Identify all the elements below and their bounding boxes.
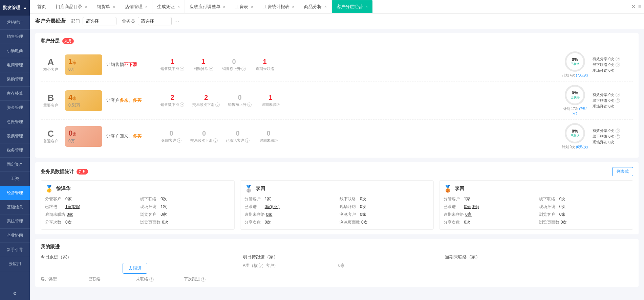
- info-icon[interactable]: ?: [213, 138, 218, 143]
- tab-home[interactable]: 首页: [33, 0, 51, 13]
- info-icon[interactable]: ?: [241, 67, 246, 71]
- sidebar-item-zhangzhang[interactable]: 总账管理: [0, 115, 30, 129]
- tab-close-customer-tier[interactable]: ×: [366, 5, 368, 9]
- tab-close-store-products[interactable]: ×: [85, 5, 87, 9]
- tier-a-circle: 0% 已联络 计划 4次 (7天/次): [561, 51, 588, 78]
- staff-select[interactable]: 请选择: [138, 17, 172, 25]
- tier-b-stat-0[interactable]: 2 销售额下滑 ?: [158, 92, 187, 109]
- tab-sales-order[interactable]: 销货单 ×: [92, 0, 120, 13]
- tab-close-salary[interactable]: ×: [251, 5, 253, 9]
- go-follow-button[interactable]: 去跟进: [123, 263, 147, 274]
- customer-tier-title: 客户分层 九月: [41, 38, 633, 44]
- info-icon[interactable]: ?: [616, 98, 620, 103]
- tier-b-plan-link[interactable]: (7天/次): [573, 107, 586, 115]
- sidebar-item-kucun[interactable]: 库存核算: [0, 87, 30, 101]
- sidebar-item-gongzi[interactable]: 工资: [0, 172, 30, 186]
- info-icon[interactable]: ?: [180, 67, 184, 71]
- tier-a-stat-3[interactable]: 1 逾期未联络: [251, 56, 278, 73]
- tab-more-icon[interactable]: ≡: [638, 3, 641, 10]
- dept-select[interactable]: 请选择: [83, 17, 116, 25]
- sidebar-item-jichu[interactable]: 基础信息: [0, 200, 30, 214]
- tier-c-plan-link[interactable]: (0天/次): [576, 145, 588, 149]
- tab-close-voucher[interactable]: ×: [177, 5, 179, 9]
- sidebar-item-caigou[interactable]: 采购管理: [0, 72, 30, 87]
- sidebar-item-qiye[interactable]: 企业协同: [0, 229, 30, 243]
- sidebar-item-shuiwu[interactable]: 税务管理: [0, 143, 30, 158]
- info-icon[interactable]: ?: [616, 93, 620, 97]
- filter-more-icon[interactable]: ···: [174, 19, 180, 24]
- staff-medal-2: 🥉: [444, 185, 452, 193]
- tier-a-count[interactable]: 1家 0万: [65, 54, 102, 75]
- tab-ar-adjust[interactable]: 应收应付调整单 ×: [185, 0, 230, 13]
- info-icon[interactable]: ?: [616, 134, 620, 139]
- sidebar-item-diangshang[interactable]: 电商管理: [0, 58, 30, 72]
- tier-a-stat-2[interactable]: 0 销售额上升 ?: [219, 56, 249, 73]
- tab-close-store-mgmt[interactable]: ×: [145, 5, 147, 9]
- tab-close-all-icon[interactable]: ✕: [631, 3, 636, 10]
- tier-c-count[interactable]: 0家 0万: [65, 126, 102, 147]
- info-icon[interactable]: ?: [209, 67, 213, 71]
- info-icon[interactable]: ?: [247, 102, 252, 107]
- tab-close-ar-adjust[interactable]: ×: [223, 5, 225, 9]
- sidebar-item-yun[interactable]: 云应用: [0, 257, 30, 271]
- tab-product-analysis[interactable]: 商品分析 ×: [299, 0, 331, 13]
- info-icon[interactable]: ?: [245, 138, 250, 143]
- overdue-block: 逾期未联络（家）: [445, 254, 633, 263]
- tier-b-stat-3[interactable]: 1 逾期未联络: [257, 92, 284, 109]
- info-icon[interactable]: ?: [180, 102, 184, 107]
- info-icon[interactable]: ?: [201, 277, 206, 282]
- info-icon[interactable]: ?: [616, 57, 620, 61]
- staff-stat-row: 分管客户 1家: [244, 196, 334, 202]
- sidebar-item-xitong[interactable]: 系统管理: [0, 214, 30, 229]
- sidebar-item-yingxiao[interactable]: 营销推广: [0, 16, 30, 30]
- tier-b-circle-progress: 0% 已联络: [565, 85, 585, 105]
- tier-c-stat-2[interactable]: 0 已激活客户 ?: [223, 128, 252, 144]
- sidebar-arrow-icon[interactable]: ▲: [23, 5, 27, 10]
- tier-b-count[interactable]: 4家 0.53万: [65, 90, 102, 111]
- staff-stat-row: 浏览页面数 0次: [340, 220, 429, 225]
- sidebar-item-xinshou[interactable]: 新手引导: [0, 243, 30, 257]
- sidebar-item-gudingzichan[interactable]: 固定资产: [0, 158, 30, 172]
- sidebar-item-fapiao[interactable]: 发票管理: [0, 129, 30, 143]
- tab-bar-actions: ✕ ≡: [631, 3, 641, 10]
- sidebar-item-xiaodian[interactable]: 小畅电商: [0, 44, 30, 58]
- tier-c-stat-0[interactable]: 0 休眠客户 ?: [158, 128, 185, 144]
- tier-c-stat-1[interactable]: 0 交易频次下滑 ?: [188, 128, 220, 144]
- list-view-button[interactable]: 列表式: [612, 167, 633, 176]
- sidebar-title: 批发管理: [3, 5, 20, 11]
- info-icon[interactable]: ?: [616, 63, 620, 67]
- sidebar-header: 批发管理 ▲: [0, 0, 30, 16]
- tab-close-salary-stats[interactable]: ×: [292, 5, 294, 9]
- info-icon[interactable]: ?: [149, 277, 154, 282]
- tab-close-sales-order[interactable]: ×: [113, 5, 115, 9]
- sidebar-item-jingying[interactable]: 经营管理: [0, 186, 30, 200]
- staff-stat-row: 线下联络 0次: [340, 196, 429, 202]
- info-icon[interactable]: ?: [215, 102, 220, 107]
- staff-grid: 🥇 徐泽华 分管客户 0家 线下联络 0次: [41, 180, 633, 230]
- sidebar: 批发管理 ▲ 营销推广 销售管理 小畅电商 电商管理 采购管理 库存核算 资金管…: [0, 0, 30, 300]
- tab-salary-stats[interactable]: 工资统计报表 ×: [258, 0, 299, 13]
- tab-salary[interactable]: 工资表 ×: [230, 0, 258, 13]
- staff-header-2: 🥉 李四: [444, 185, 629, 193]
- tab-voucher[interactable]: 生成凭证 ×: [152, 0, 185, 13]
- tab-close-product-analysis[interactable]: ×: [324, 5, 326, 9]
- info-icon[interactable]: ?: [616, 129, 620, 133]
- sidebar-item-xiaoshou[interactable]: 销售管理: [0, 30, 30, 44]
- sidebar-item-zijin[interactable]: 资金管理: [0, 101, 30, 115]
- staff-medal-1: 🥈: [244, 185, 253, 193]
- tier-b-stat-1[interactable]: 2 交易频次下滑 ?: [190, 92, 222, 109]
- tab-store-mgmt[interactable]: 店铺管理 ×: [120, 0, 152, 13]
- staff-stat-row: 分享次数 0次: [444, 220, 533, 225]
- tab-customer-tier[interactable]: 客户分层经营 ×: [332, 0, 373, 13]
- tier-a-stat-0[interactable]: 1 销售额下滑 ?: [158, 56, 187, 73]
- tier-a-stat-1[interactable]: 1 回购异常 ?: [190, 56, 217, 73]
- settings-button[interactable]: ⚙: [0, 287, 30, 300]
- tier-a-plan-link[interactable]: (7天/次): [576, 73, 588, 77]
- dept-filter: 部门 请选择: [71, 17, 116, 25]
- info-icon[interactable]: ?: [177, 138, 181, 143]
- tier-c-stat-3[interactable]: 0 逾期未联络: [255, 128, 282, 144]
- staff-stat-row: 浏览页面数 0次: [539, 220, 629, 225]
- staff-stats-2: 分管客户 1家 线下联络 0次 已跟进 0家(0%): [444, 196, 629, 225]
- tab-store-products[interactable]: 门店商品目录 ×: [51, 0, 92, 13]
- tier-b-stat-2[interactable]: 0 销售额上升 ?: [225, 92, 254, 109]
